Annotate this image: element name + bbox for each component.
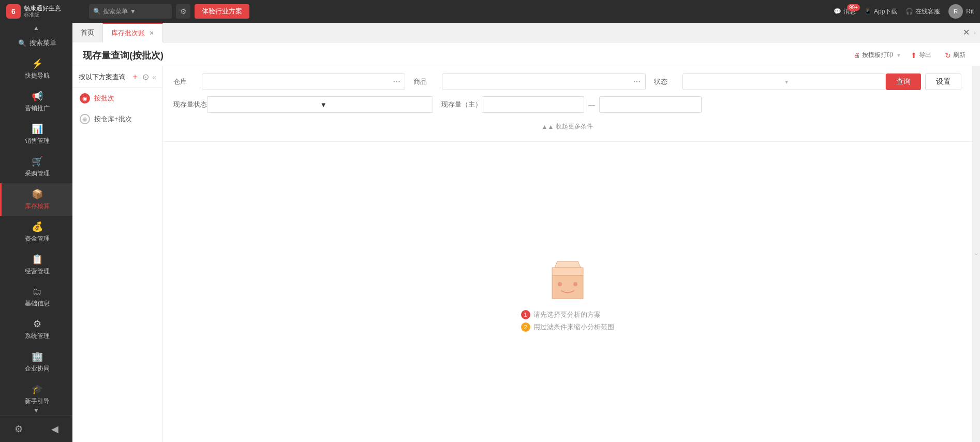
finance-icon: 💰 xyxy=(32,221,43,232)
online-service-button[interactable]: 🎧 在线客服 xyxy=(905,7,940,16)
empty-illustration xyxy=(537,252,599,304)
filter-panel: 按以下方案查询 ＋ ⊙ « ◉ 按批次 ◉ 按仓库+批次 xyxy=(72,66,163,442)
inventory-qty-label: 现存量（主） xyxy=(441,100,482,109)
tab-bar-right: ✕ › xyxy=(959,27,980,37)
logo-text: 畅康通好生意 标准版 xyxy=(24,5,61,18)
filter-main: 按以下方案查询 ＋ ⊙ « ◉ 按批次 ◉ 按仓库+批次 xyxy=(72,66,980,442)
message-icon: 💬 xyxy=(834,8,841,15)
sales-icon: 📊 xyxy=(32,123,43,135)
export-button[interactable]: ⬆ 导出 xyxy=(907,49,936,62)
filter-row-2: 现存量状态 ▼ 现存量（主） — xyxy=(173,96,961,113)
marketing-icon: 📢 xyxy=(32,91,43,102)
svg-marker-4 xyxy=(555,261,581,268)
online-service-label: 在线客服 xyxy=(915,7,940,16)
user-area[interactable]: R Rit xyxy=(948,4,974,19)
warehouse-batch-scheme-label: 按仓库+批次 xyxy=(94,114,132,124)
tab-home[interactable]: 首页 xyxy=(72,23,102,42)
sidebar-finance-label: 资金管理 xyxy=(25,234,50,243)
sidebar-collapse-button[interactable]: ◀ xyxy=(49,421,61,437)
status-dropdown[interactable]: ▼ xyxy=(682,73,886,90)
headset-icon: 🎧 xyxy=(905,8,913,15)
sidebar-item-basics[interactable]: 🗂 基础信息 xyxy=(0,281,72,313)
search-text: 搜索菜单 xyxy=(103,7,128,16)
batch-scheme-label: 按批次 xyxy=(94,94,114,103)
tab-right-arrow[interactable]: › xyxy=(974,30,976,36)
printer-icon: 🖨 xyxy=(854,52,860,59)
quicknav-icon: ⚡ xyxy=(32,58,43,69)
sidebar-scroll-down[interactable]: ▼ xyxy=(0,405,72,416)
warehouse-input[interactable] xyxy=(202,74,389,90)
empty-state: 1 请先选择要分析的方案 2 用过滤条件来缩小分析范围 xyxy=(163,142,972,442)
status-filter-group: 状态 ▼ xyxy=(654,73,886,90)
sidebar-item-purchase[interactable]: 🛒 采购管理 xyxy=(0,151,72,183)
sidebar-item-quicknav[interactable]: ⚡ 快捷导航 xyxy=(0,53,72,85)
warehouse-dots-icon[interactable]: ··· xyxy=(389,78,405,86)
basics-icon: 🗂 xyxy=(33,286,42,297)
inventory-qty-max[interactable] xyxy=(599,96,702,113)
sidebar-item-newguide[interactable]: 🎓 新手引导 xyxy=(0,378,72,405)
dropdown-icon: ▼ xyxy=(130,8,136,15)
search-filters: 仓库 ··· 商品 ··· xyxy=(163,66,972,142)
sidebar-scroll-up[interactable]: ▲ xyxy=(0,23,72,33)
query-button[interactable]: 查询 xyxy=(886,73,921,90)
inventory-qty-min[interactable] xyxy=(482,96,584,113)
filter-scheme-warehouse-batch[interactable]: ◉ 按仓库+批次 xyxy=(72,109,162,129)
empty-text-area: 1 请先选择要分析的方案 2 用过滤条件来缩小分析范围 xyxy=(521,310,614,332)
tab-close-button[interactable]: ✕ xyxy=(959,27,974,37)
filter-scheme-batch[interactable]: ◉ 按批次 xyxy=(72,88,162,109)
product-input[interactable] xyxy=(442,74,629,90)
logo-area: 6 畅康通好生意 标准版 xyxy=(6,4,79,19)
messages-button[interactable]: 💬 消息 99+ xyxy=(834,7,856,16)
content-area: 首页 库存批次账 ✕ ✕ › 现存量查询(按批次) 🖨 按模板打印 ▼ xyxy=(72,23,980,442)
export-icon: ⬆ xyxy=(911,51,917,60)
message-badge: 99+ xyxy=(847,4,860,11)
page-content: 现存量查询(按批次) 🖨 按模板打印 ▼ ⬆ 导出 ↻ 刷新 xyxy=(72,42,980,442)
scheme-settings-icon[interactable]: ⊙ xyxy=(142,72,149,82)
collapse-filter-button[interactable]: ▲▲ 收起更多条件 xyxy=(173,119,961,134)
svg-point-6 xyxy=(573,282,577,286)
add-scheme-button[interactable]: ＋ xyxy=(131,71,139,82)
sidebar-item-search[interactable]: 🔍 搜索菜单 xyxy=(0,33,72,53)
svg-marker-0 xyxy=(552,275,583,299)
inventory-status-group: 现存量状态 ▼ xyxy=(173,96,433,113)
sidebar-settings-button[interactable]: ⚙ xyxy=(12,421,25,437)
empty-box-svg xyxy=(537,252,599,304)
filter-panel-actions: ＋ ⊙ « xyxy=(131,71,156,82)
sidebar-item-finance[interactable]: 💰 资金管理 xyxy=(0,216,72,248)
inventory-status-select[interactable]: ▼ xyxy=(207,96,433,113)
sidebar-item-marketing[interactable]: 📢 营销推广 xyxy=(0,85,72,118)
page-actions: 🖨 按模板打印 ▼ ⬆ 导出 ↻ 刷新 xyxy=(854,49,970,62)
refresh-button[interactable]: ↻ 刷新 xyxy=(941,49,970,62)
app-download-button[interactable]: 📱 App下载 xyxy=(864,7,897,16)
trial-button[interactable]: 体验行业方案 xyxy=(195,4,249,19)
phone-icon: 📱 xyxy=(864,8,872,15)
product-dots-icon[interactable]: ··· xyxy=(629,78,645,86)
right-panel-toggle[interactable]: › xyxy=(972,66,980,442)
purchase-icon: 🛒 xyxy=(32,156,43,167)
sidebar-item-enterprise[interactable]: 🏢 企业协同 xyxy=(0,346,72,378)
tab-inventory-batch[interactable]: 库存批次账 ✕ xyxy=(102,23,163,42)
print-dropdown-icon: ▼ xyxy=(896,52,901,58)
panel-collapse-icon[interactable]: « xyxy=(152,73,156,81)
export-label: 导出 xyxy=(919,51,931,60)
settings-button[interactable]: 设置 xyxy=(925,73,961,90)
filter-row-1: 仓库 ··· 商品 ··· xyxy=(173,73,961,90)
tab-bar: 首页 库存批次账 ✕ ✕ › xyxy=(72,23,980,42)
filter-panel-header: 按以下方案查询 ＋ ⊙ « xyxy=(72,66,162,88)
sidebar: ▲ 🔍 搜索菜单 ⚡ 快捷导航 📢 营销推广 📊 销售管理 🛒 采购管理 xyxy=(0,23,72,442)
header-gear-button[interactable]: ⚙ xyxy=(176,4,190,19)
header-search-bar[interactable]: 🔍 搜索菜单 ▼ xyxy=(89,4,172,19)
sidebar-item-system[interactable]: ⚙ 系统管理 xyxy=(0,313,72,346)
collapse-chevron-icon: ▲▲ xyxy=(542,123,554,130)
refresh-label: 刷新 xyxy=(953,51,966,60)
print-button[interactable]: 🖨 按模板打印 ▼ xyxy=(854,51,901,60)
refresh-icon: ↻ xyxy=(945,51,951,60)
inventory-status-arrow: ▼ xyxy=(320,101,429,109)
tab-close-icon[interactable]: ✕ xyxy=(149,30,154,37)
sidebar-item-sales[interactable]: 📊 销售管理 xyxy=(0,118,72,151)
sidebar-item-operation[interactable]: 📋 经营管理 xyxy=(0,248,72,281)
warehouse-batch-scheme-icon: ◉ xyxy=(80,114,90,124)
collapse-filter-label: 收起更多条件 xyxy=(556,122,593,131)
sidebar-item-inventory[interactable]: 📦 库存核算 xyxy=(0,183,72,216)
search-label: 🔍 xyxy=(93,8,101,15)
